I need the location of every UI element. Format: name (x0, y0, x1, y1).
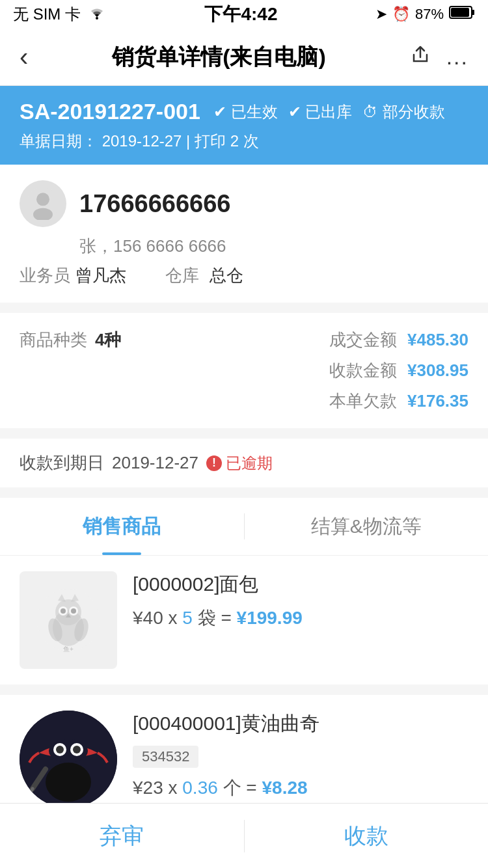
customer-info-row: 业务员 曾凡杰 仓库 总仓 (20, 264, 468, 287)
product-info-1: [0000002]面包 ¥40 x 5 袋 = ¥199.99 (133, 571, 468, 631)
svg-rect-3 (451, 8, 469, 17)
product-info-2: [000400001]黄油曲奇 534532 ¥23 x 0.36 个 = ¥8… (133, 711, 468, 800)
deal-amount-value: ¥485.30 (407, 330, 468, 350)
product-price-2: ¥23 x 0.36 个 = ¥8.28 (133, 776, 468, 800)
status-badges: ✔ 已生效 ✔ 已出库 ⏱ 部分收款 (213, 102, 445, 122)
page-title: 销货单详情(来自电脑) (112, 42, 326, 72)
nav-icons: ... (410, 44, 468, 70)
warehouse-label: 仓库 (165, 264, 199, 287)
salesperson-value: 曾凡杰 (75, 264, 126, 287)
unit-2: 个 (223, 778, 241, 798)
battery-icon (449, 5, 475, 23)
received-amount-label: 收款金额 (329, 359, 397, 382)
overdue-icon: ! (206, 455, 222, 471)
svg-point-12 (61, 608, 66, 614)
deal-amount-label: 成交金额 (329, 329, 397, 351)
product-thumbnail-2 (20, 711, 117, 808)
order-date-row: 单据日期： 2019-12-27 | 打印 2 次 (20, 131, 468, 152)
location-icon: ➤ (375, 6, 387, 23)
svg-point-13 (71, 608, 76, 614)
status-left: 无 SIM 卡 (13, 4, 107, 25)
confirm-button[interactable]: 收款 (245, 804, 489, 868)
status-effective: ✔ 已生效 (213, 102, 278, 122)
product-thumbnail-1: 鱼+ (20, 571, 117, 669)
cancel-button[interactable]: 弃审 (0, 804, 244, 868)
order-date: 2019-12-27 (102, 132, 182, 150)
svg-text:鱼+: 鱼+ (63, 645, 74, 653)
product-name-1: [0000002]面包 (133, 571, 468, 598)
back-button[interactable]: ‹ (20, 42, 28, 72)
tabs-section: 销售商品 结算&物流等 (0, 498, 488, 556)
product-list: 鱼+ [0000002]面包 ¥40 x 5 袋 = ¥199.99 (0, 556, 488, 824)
tab-products[interactable]: 销售商品 (0, 498, 244, 555)
wifi-icon (87, 5, 107, 23)
price-unit-2: ¥23 (133, 778, 163, 798)
due-amount-value: ¥176.35 (407, 391, 468, 411)
print-info: | 打印 2 次 (186, 132, 259, 150)
status-partial: ⏱ 部分收款 (362, 102, 445, 122)
due-amount-label: 本单欠款 (329, 390, 397, 413)
overdue-badge: ! 已逾期 (206, 453, 273, 474)
time-text: 下午4:42 (204, 2, 277, 27)
carrier-text: 无 SIM 卡 (13, 4, 81, 25)
total-2: ¥8.28 (262, 778, 307, 798)
tab-settlement-label: 结算&物流等 (311, 513, 422, 540)
overdue-text: 已逾期 (226, 453, 273, 474)
svg-point-26 (46, 763, 91, 802)
tab-settlement[interactable]: 结算&物流等 (245, 498, 489, 555)
customer-name-phone: 张，156 6666 6666 (79, 235, 468, 258)
status-bar: 无 SIM 卡 下午4:42 ➤ ⏰ 87% (0, 0, 488, 29)
svg-rect-2 (472, 10, 474, 15)
svg-point-24 (56, 746, 64, 753)
svg-point-0 (96, 17, 98, 20)
total-1: ¥199.99 (237, 608, 303, 628)
table-row: 鱼+ [0000002]面包 ¥40 x 5 袋 = ¥199.99 (0, 556, 488, 685)
product-sku-2: 534532 (133, 746, 198, 768)
customer-section: 17666666666 张，156 6666 6666 业务员 曾凡杰 仓库 总… (0, 165, 488, 303)
due-date-section: 收款到期日 2019-12-27 ! 已逾期 (0, 439, 488, 487)
svg-line-28 (26, 789, 33, 802)
salesperson-label: 业务员 (20, 264, 70, 287)
price-unit-1: ¥40 (133, 608, 163, 628)
bottom-bar: 弃审 收款 (0, 803, 488, 868)
due-date-label: 收款到期日 (20, 452, 104, 474)
received-amount-value: ¥308.95 (407, 360, 468, 381)
more-icon[interactable]: ... (446, 44, 468, 70)
warehouse-value: 总仓 (210, 264, 243, 287)
status-shipped: ✔ 已出库 (288, 102, 353, 122)
share-icon[interactable] (410, 44, 431, 70)
product-types-label: 商品种类 (20, 329, 87, 351)
qty-1: 5 (182, 608, 193, 628)
date-label: 单据日期： (20, 132, 98, 150)
qty-2: 0.36 (182, 778, 218, 798)
avatar (20, 180, 66, 227)
product-name-2: [000400001]黄油曲奇 (133, 711, 468, 737)
svg-point-25 (73, 746, 81, 753)
order-header-banner: SA-20191227-001 ✔ 已生效 ✔ 已出库 ⏱ 部分收款 单据日期：… (0, 86, 488, 165)
unit-1: 袋 (198, 608, 216, 628)
svg-point-5 (36, 193, 49, 206)
battery-text: 87% (415, 6, 444, 23)
order-id: SA-20191227-001 (20, 99, 200, 124)
product-price-1: ¥40 x 5 袋 = ¥199.99 (133, 606, 468, 631)
alarm-icon: ⏰ (392, 6, 410, 23)
tab-products-label: 销售商品 (83, 513, 161, 540)
nav-bar: ‹ 销货单详情(来自电脑) ... (0, 29, 488, 86)
product-types-value: 4种 (95, 329, 121, 351)
status-right: ➤ ⏰ 87% (375, 5, 475, 23)
customer-phone: 17666666666 (79, 190, 230, 218)
stats-section: 商品种类 4种 成交金额 ¥485.30 收款金额 ¥308.95 本单欠款 ¥… (0, 313, 488, 428)
due-date-value: 2019-12-27 (112, 453, 198, 473)
